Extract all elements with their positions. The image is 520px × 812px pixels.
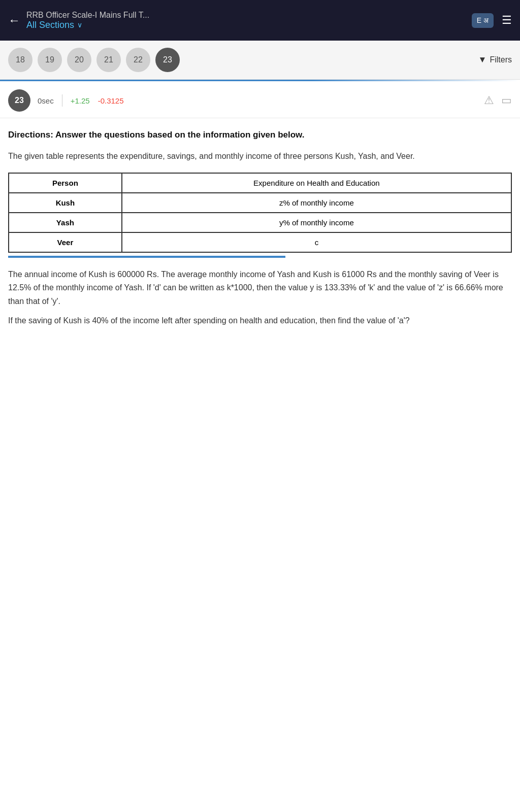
question-bubble-20[interactable]: 20 (67, 48, 91, 72)
question-bubble-22[interactable]: 22 (126, 48, 150, 72)
header-right: E अ ☰ (472, 13, 512, 28)
table-row: Yash y% of monthly income (9, 213, 511, 232)
language-toggle-button[interactable]: E अ (472, 13, 494, 28)
table-row: Kush z% of monthly income (9, 193, 511, 213)
time-display: 0sec (38, 96, 54, 105)
vertical-divider (62, 94, 62, 107)
table-row: Veer c (9, 232, 511, 252)
question-meta: 0sec +1.25 -0.3125 (38, 94, 477, 107)
sections-label: All Sections (26, 20, 74, 30)
bookmark-icon[interactable]: ▭ (501, 94, 512, 107)
table-cell-expenditure-kush: z% of monthly income (122, 193, 511, 213)
filters-label: Filters (490, 55, 512, 64)
page-title: RRB Officer Scale-I Mains Full T... (26, 11, 149, 20)
question-number-badge: 23 (8, 89, 30, 112)
question-content: Directions: Answer the questions based o… (0, 118, 520, 338)
directions-text: Directions: Answer the questions based o… (8, 128, 512, 142)
chevron-down-icon: ∨ (77, 21, 82, 29)
question-bubble-23[interactable]: 23 (155, 48, 180, 72)
marks-negative: -0.3125 (98, 96, 124, 105)
app-header: ← RRB Officer Scale-I Mains Full T... Al… (0, 0, 520, 41)
sections-dropdown[interactable]: All Sections ∨ (26, 20, 149, 30)
data-table: Person Expenditure on Health and Educati… (8, 173, 512, 253)
question-ask-text: If the saving of Kush is 40% of the inco… (8, 314, 512, 327)
intro-text: The given table represents the expenditu… (8, 150, 512, 163)
table-header-person: Person (9, 173, 122, 193)
question-header: 23 0sec +1.25 -0.3125 ⚠ ▭ (0, 81, 520, 118)
filter-icon: ▼ (478, 55, 487, 65)
header-title-section: RRB Officer Scale-I Mains Full T... All … (26, 11, 149, 30)
marks-positive: +1.25 (71, 96, 90, 105)
question-nav-bar: 18 19 20 21 22 23 ▼ Filters (0, 41, 520, 80)
question-actions: ⚠ ▭ (484, 94, 512, 107)
table-cell-person-veer: Veer (9, 232, 122, 252)
question-bubble-19[interactable]: 19 (38, 48, 62, 72)
table-cell-person-kush: Kush (9, 193, 122, 213)
header-left: ← RRB Officer Scale-I Mains Full T... Al… (8, 11, 149, 30)
back-button[interactable]: ← (8, 13, 20, 27)
hamburger-menu-icon[interactable]: ☰ (502, 14, 512, 27)
question-bubble-21[interactable]: 21 (96, 48, 121, 72)
table-header-expenditure: Expenditure on Health and Education (122, 173, 511, 193)
table-cell-expenditure-yash: y% of monthly income (122, 213, 511, 232)
question-bubble-18[interactable]: 18 (8, 48, 32, 72)
table-scroll-indicator (8, 256, 285, 258)
table-cell-expenditure-veer: c (122, 232, 511, 252)
filters-button[interactable]: ▼ Filters (478, 55, 512, 65)
warning-icon[interactable]: ⚠ (484, 94, 494, 107)
table-cell-person-yash: Yash (9, 213, 122, 232)
additional-text: The annual income of Kush is 600000 Rs. … (8, 268, 512, 308)
language-label: E अ (477, 16, 489, 25)
